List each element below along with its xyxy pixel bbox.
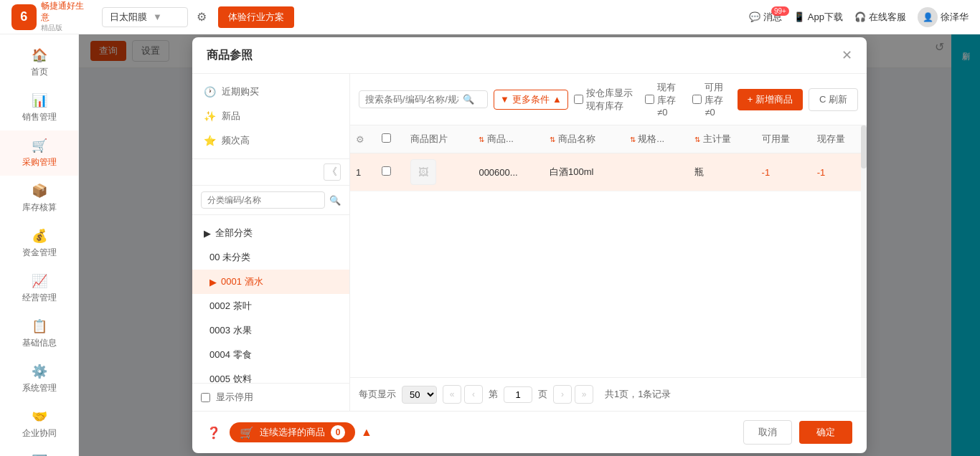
sidebar-item-business[interactable]: 📈 经营管理 <box>0 266 78 311</box>
cart-label: 连续选择的商品 <box>260 426 325 439</box>
category-unclassified[interactable]: 00 未分类 <box>192 245 349 270</box>
warehouse-checkbox[interactable] <box>574 95 583 104</box>
sidebar-item-basic-info[interactable]: 📋 基础信息 <box>0 311 78 356</box>
sidebar-item-enterprise[interactable]: 🤝 企业协同 <box>0 402 78 447</box>
category-liquor[interactable]: ▶ 0001 酒水 <box>192 270 349 294</box>
show-disabled-label[interactable]: 显示停用 <box>216 391 253 404</box>
help-icon[interactable]: ❓ <box>207 426 221 440</box>
product-search-icon[interactable]: 🔍 <box>463 94 474 105</box>
select-all-checkbox[interactable] <box>382 133 391 143</box>
next-page-button[interactable]: › <box>553 385 572 404</box>
modal-close-button[interactable]: ✕ <box>842 47 852 63</box>
cancel-button[interactable]: 取消 <box>743 420 792 445</box>
sort-spec-icon: ⇅ <box>630 136 636 143</box>
prev-page-button[interactable]: ‹ <box>464 385 483 404</box>
filter-stock-ne0-check[interactable]: 现有库存≠0 <box>645 81 684 118</box>
left-footer: 显示停用 <box>192 383 349 411</box>
row-available-cell: -1 <box>756 153 811 191</box>
mobile-icon: 📱 <box>793 11 805 22</box>
th-spec[interactable]: ⇅ 规格... <box>624 125 689 153</box>
collapse-left-panel-button[interactable]: 《 <box>324 163 341 181</box>
category-snack[interactable]: 0004 零食 <box>192 343 349 367</box>
product-search-input[interactable] <box>365 94 458 105</box>
messages-button[interactable]: 💬 消息 99+ <box>749 11 782 24</box>
right-panel: 🔍 ▼ 更多条件 ▲ 按仓库显示现有库存 <box>350 74 867 411</box>
category-beverage[interactable]: 0005 饮料 <box>192 367 349 383</box>
stock-ne0-checkbox[interactable] <box>645 95 654 104</box>
page-input[interactable] <box>504 386 532 403</box>
app-download-button[interactable]: 📱 App下载 <box>793 11 843 24</box>
column-settings-icon[interactable]: ⚙ <box>356 134 364 145</box>
modal-header: 商品参照 ✕ <box>192 37 867 74</box>
row-image-cell: 🖼 <box>405 153 473 191</box>
high-frequency-tab[interactable]: ⭐ 频次高 <box>192 128 349 153</box>
cart-selection[interactable]: 🛒 连续选择的商品 0 <box>230 422 355 442</box>
row-spec-cell <box>624 153 689 191</box>
product-table-area: ⚙ 商品图片 <box>350 125 867 377</box>
page-size-select[interactable]: 50 <box>402 386 437 404</box>
total-info: 共1页，1条记录 <box>605 388 671 401</box>
category-search-icon[interactable]: 🔍 <box>329 195 341 206</box>
category-fruit[interactable]: 0003 水果 <box>192 318 349 343</box>
modal-footer: ❓ 🛒 连续选择的商品 0 ▲ 取消 确定 <box>192 411 867 453</box>
row-stock-cell: -1 <box>811 153 867 191</box>
scrollbar-track <box>861 125 867 377</box>
message-badge: 99+ <box>771 6 789 16</box>
add-product-button[interactable]: + 新增商品 <box>738 89 803 110</box>
new-products-tab[interactable]: ✨ 新品 <box>192 104 349 128</box>
th-settings: ⚙ <box>350 125 376 153</box>
confirm-button[interactable]: 确定 <box>799 421 852 444</box>
modal-overlay: 商品参照 ✕ 🕐 近期购买 ✨ <box>79 34 980 456</box>
category-search-input[interactable] <box>201 191 325 209</box>
filter-available-ne0-check[interactable]: 可用库存≠0 <box>692 81 731 118</box>
page-nav: « ‹ 第 页 › » <box>443 385 593 404</box>
available-ne0-checkbox[interactable] <box>692 95 702 104</box>
table-row[interactable]: 1 🖼 <box>350 153 867 191</box>
recent-purchases-tab[interactable]: 🕐 近期购买 <box>192 80 349 104</box>
user-menu[interactable]: 👤 徐泽华 <box>918 7 969 27</box>
sidebar-item-system[interactable]: ⚙️ 系统管理 <box>0 356 78 402</box>
footer-collapse-icon[interactable]: ▲ <box>361 426 372 439</box>
main-area: 查询 设置 ↺ ✕ ⤢ 刷新 商品参照 ✕ <box>79 34 980 456</box>
product-toolbar: 🔍 ▼ 更多条件 ▲ 按仓库显示现有库存 <box>350 74 867 125</box>
th-unit[interactable]: ⇅ 主计量 <box>689 125 755 153</box>
filter-warehouse-check[interactable]: 按仓库显示现有库存 <box>574 87 636 113</box>
sidebar-item-finance[interactable]: 💰 资金管理 <box>0 221 78 266</box>
sidebar: 🏠 首页 📊 销售管理 🛒 采购管理 📦 库存核算 💰 资金管理 📈 经营管理 … <box>0 34 79 456</box>
active-arrow-icon: ▶ <box>209 277 217 288</box>
category-tea[interactable]: 0002 茶叶 <box>192 294 349 318</box>
sort-name-icon: ⇅ <box>550 136 555 143</box>
more-filter-button[interactable]: ▼ 更多条件 ▲ <box>494 90 568 110</box>
category-all[interactable]: ▶ 全部分类 <box>192 221 349 245</box>
message-icon: 💬 <box>749 11 760 22</box>
row-seq: 1 <box>350 153 376 191</box>
th-code[interactable]: ⇅ 商品... <box>473 125 544 153</box>
chevron-down-icon: ▼ <box>153 11 162 22</box>
pagination: 每页显示 50 « ‹ 第 页 › » <box>350 377 867 411</box>
expand-icon: ▶ <box>204 228 211 239</box>
sidebar-item-inventory[interactable]: 📦 库存核算 <box>0 176 78 221</box>
cart-count: 0 <box>331 425 345 440</box>
online-service-button[interactable]: 🎧 在线客服 <box>854 11 906 24</box>
system-icon: ⚙️ <box>32 364 47 379</box>
sidebar-item-home[interactable]: 🏠 首页 <box>0 40 78 85</box>
th-name[interactable]: ⇅ 商品名称 <box>544 125 624 153</box>
chevron-up-icon: ▲ <box>552 94 562 105</box>
first-page-button[interactable]: « <box>443 385 461 404</box>
row-checkbox[interactable] <box>382 166 391 176</box>
store-selector[interactable]: 日太阳膜 ▼ <box>102 7 188 27</box>
scrollbar-thumb[interactable] <box>861 125 867 168</box>
sidebar-item-purchase[interactable]: 🛒 采购管理 <box>0 130 78 176</box>
refresh-button[interactable]: C 刷新 <box>809 88 858 111</box>
logo-icon: 6 <box>11 4 37 30</box>
th-stock: 现存量 <box>811 125 867 153</box>
settings-icon[interactable]: ⚙ <box>197 10 207 24</box>
page-word: 第 <box>486 388 501 401</box>
logo: 6 畅捷通好生意 精品版 <box>11 1 90 33</box>
trial-button[interactable]: 体验行业方案 <box>218 6 294 28</box>
show-disabled-checkbox[interactable] <box>201 393 210 402</box>
sidebar-item-sales[interactable]: 📊 销售管理 <box>0 85 78 130</box>
cart-icon: 🛒 <box>240 426 254 440</box>
sidebar-item-guide[interactable]: 🆕 新手引导 <box>0 447 78 456</box>
last-page-button[interactable]: » <box>575 385 593 404</box>
